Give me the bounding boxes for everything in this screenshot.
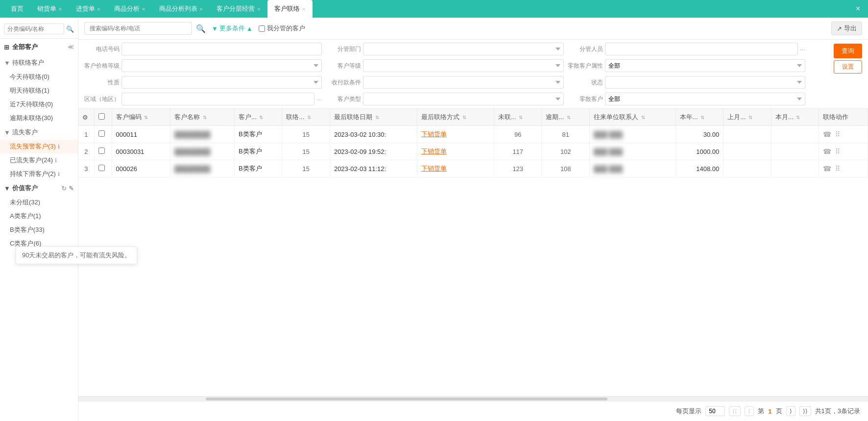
action-contact-icon-2[interactable]: ☎ [823, 148, 831, 155]
td-last-method-link-3[interactable]: 下销货单 [421, 165, 447, 172]
my-customer-checkbox[interactable] [259, 25, 265, 32]
status-select[interactable] [605, 76, 805, 89]
sidebar-section-pending-title[interactable]: ▼ 待联络客户 [0, 55, 78, 70]
td-last-method-link-2[interactable]: 下销货单 [421, 148, 447, 155]
tab-product-list-label: 商品分析列表 [159, 4, 197, 13]
declining-info-icon: ℹ [58, 171, 60, 177]
sidebar-search-icon[interactable]: 🔍 [66, 25, 74, 33]
filter-search-button[interactable]: 🔍 [196, 24, 206, 33]
sidebar-search-input[interactable] [4, 24, 64, 34]
action-more-icon-2[interactable]: ⠿ [835, 148, 840, 155]
export-button[interactable]: ↗ 导出 [831, 22, 862, 35]
pagination-next-button[interactable]: ⟩ [786, 406, 796, 416]
pagination-current-label: 第 [758, 407, 764, 416]
dept-select[interactable] [363, 43, 563, 55]
filter-settings-button[interactable]: 设置 [834, 60, 862, 74]
person-dots-icon[interactable]: ··· [800, 46, 805, 53]
window-close-button[interactable]: × [852, 4, 864, 13]
tab-sales[interactable]: 销货单 × [30, 0, 69, 18]
last-method-sort-icon[interactable]: ⇅ [462, 115, 466, 120]
tab-home[interactable]: 首页 [4, 0, 30, 18]
tab-customer-contact[interactable]: 客户联络 × [267, 0, 313, 18]
tab-purchase[interactable]: 进货单 × [69, 0, 108, 18]
action-contact-icon-3[interactable]: ☎ [823, 165, 831, 173]
sidebar-all-customers[interactable]: ⊞ 全部客户 ≪ [0, 39, 78, 55]
tab-product-analysis-close[interactable]: × [142, 5, 145, 13]
pagination-first-button[interactable]: ⟨⟨ [729, 406, 741, 416]
sidebar-item-churn-warning[interactable]: 流失预警客户(3) ℹ [0, 140, 78, 153]
row-checkbox-1[interactable] [98, 130, 105, 137]
sidebar-section-churn-title[interactable]: ▼ 流失客户 [0, 125, 78, 140]
td-last-method-link-1[interactable]: 下销货单 [421, 130, 447, 138]
query-button[interactable]: 查询 [834, 44, 862, 58]
tab-customer-tier[interactable]: 客户分层经营 × [210, 0, 267, 18]
tab-product-analysis[interactable]: 商品分析 × [107, 0, 152, 18]
tab-customer-tier-close[interactable]: × [257, 5, 261, 13]
sidebar-section-value-title[interactable]: ▼ 价值客户 ↻ ✎ [0, 181, 78, 196]
horizontal-scrollbar[interactable] [78, 396, 868, 401]
sidebar-item-b-class[interactable]: B类客户(33) [0, 223, 78, 237]
sidebar-item-overdue[interactable]: 逾期未联络(30) [0, 111, 78, 125]
sidebar-item-declining[interactable]: 持续下滑客户(2) ℹ [0, 167, 78, 181]
code-sort-icon[interactable]: ⇅ [144, 115, 148, 120]
contact-count-sort-icon[interactable]: ⇅ [307, 115, 311, 120]
region-input[interactable] [121, 93, 314, 105]
payment-select[interactable] [363, 76, 563, 89]
filter-search-input[interactable] [84, 22, 192, 35]
row-checkbox-2[interactable] [98, 148, 105, 154]
contact-person-sort-icon[interactable]: ⇅ [641, 115, 645, 120]
sidebar-item-7days[interactable]: 近7天待联络(0) [0, 98, 78, 111]
filter-cell-price-level: 客户价格等级 [84, 59, 326, 72]
refresh-icon[interactable]: ↻ [61, 185, 67, 192]
filter-cell-zero-retail-attr: 零散客户属性 全部 [568, 59, 809, 72]
sidebar-item-ungrouped[interactable]: 未分组(32) [0, 196, 78, 209]
tab-sales-close[interactable]: × [58, 5, 62, 13]
th-this-month: 本月... ⇅ [771, 109, 819, 126]
action-contact-icon-1[interactable]: ☎ [823, 130, 831, 138]
pagination-last-button[interactable]: ⟩⟩ [799, 406, 811, 416]
customer-level-select[interactable] [363, 59, 563, 72]
sidebar-collapse-icon[interactable]: ≪ [68, 44, 74, 50]
tab-customer-contact-close[interactable]: × [302, 5, 306, 13]
sidebar-item-already-churn[interactable]: 已流失客户(24) ℹ [0, 153, 78, 167]
zero-retail-attr-select[interactable]: 全部 [605, 59, 805, 72]
action-more-icon-3[interactable]: ⠿ [835, 165, 840, 173]
filter-more-conditions-button[interactable]: ▼ 更多条件 ▲ [210, 24, 255, 33]
customer-type-select[interactable] [363, 93, 563, 105]
phone-input[interactable] [121, 43, 322, 55]
action-more-icon-1[interactable]: ⠿ [835, 130, 840, 138]
th-contact-person: 往来单位联系人 ⇅ [589, 109, 675, 126]
tab-product-list-close[interactable]: × [199, 5, 203, 13]
this-month-sort-icon[interactable]: ⇅ [796, 115, 800, 120]
per-page-select[interactable]: 50 [705, 406, 725, 416]
this-year-sort-icon[interactable]: ⇅ [700, 115, 704, 120]
tab-product-list[interactable]: 商品分析列表 × [152, 0, 210, 18]
name-sort-icon[interactable]: ⇅ [203, 115, 207, 120]
region-dots-icon[interactable]: ··· [316, 96, 322, 103]
table-row: 3 000026 ████████ B类客户 15 2023-02-03 11:… [78, 160, 868, 177]
type-sort-icon[interactable]: ⇅ [259, 115, 263, 120]
row-checkbox-3[interactable] [98, 165, 105, 171]
select-all-checkbox[interactable] [98, 113, 105, 120]
churn-tooltip-text: 90天未交易的客户，可能有流失风险。 [22, 251, 131, 259]
sidebar-item-a-class[interactable]: A类客户(1) [0, 209, 78, 223]
action-icons-2: ☎ ⠿ [823, 148, 864, 155]
overdue-sort-icon[interactable]: ⇅ [567, 115, 571, 120]
last-month-sort-icon[interactable]: ⇅ [748, 115, 752, 120]
pagination-prev-button[interactable]: ⟨ [745, 406, 754, 416]
th-checkbox [94, 109, 112, 126]
settings-icon[interactable]: ⚙ [82, 114, 88, 121]
my-customer-checkbox-label[interactable]: 我分管的客户 [259, 24, 305, 33]
uncontacted-sort-icon[interactable]: ⇅ [519, 115, 523, 120]
edit-icon[interactable]: ✎ [69, 185, 74, 192]
person-input[interactable] [605, 43, 798, 55]
price-level-select[interactable] [121, 59, 322, 72]
sidebar-item-today[interactable]: 今天待联络(0) [0, 70, 78, 84]
sidebar-item-tomorrow[interactable]: 明天待联络(1) [0, 84, 78, 98]
nature-select[interactable] [121, 76, 322, 89]
zero-retail-select[interactable]: 全部 [605, 93, 805, 105]
tab-purchase-close[interactable]: × [97, 5, 101, 13]
last-date-sort-icon[interactable]: ⇅ [375, 115, 379, 120]
scrollbar-thumb[interactable] [206, 397, 607, 400]
sidebar-item-today-label: 今天待联络(0) [10, 73, 49, 81]
